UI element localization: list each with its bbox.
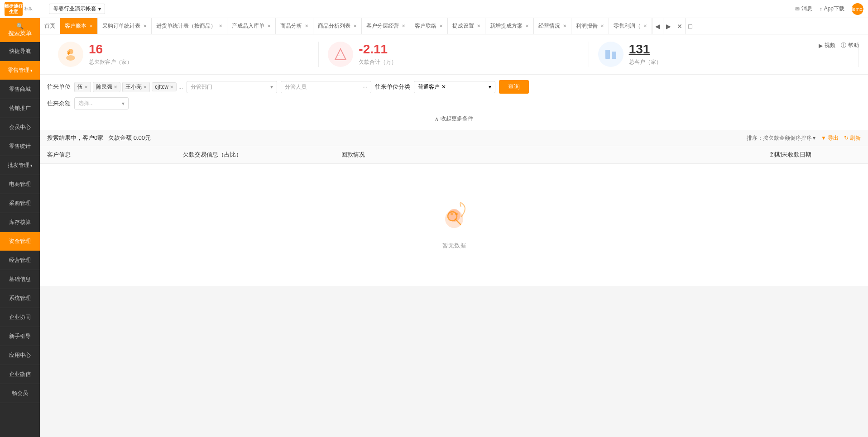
svg-rect-5 xyxy=(612,52,616,59)
classify-selector[interactable]: 普通客户 ✕ ▾ xyxy=(414,81,495,93)
filter-tag-chen: 陈民强 ✕ xyxy=(93,82,120,92)
person-selector[interactable]: 分管人员 ··· xyxy=(281,81,371,93)
tab-close-icon[interactable]: ✕ xyxy=(643,24,647,28)
sidebar-item-retail-stats[interactable]: 零售统计 xyxy=(0,137,40,156)
tab-goods-analysis[interactable]: 商品分析 ✕ xyxy=(276,18,313,34)
remove-tag-chen[interactable]: ✕ xyxy=(114,85,117,90)
balance-label: 往来余额 xyxy=(47,100,71,108)
stat-icon-debt: - xyxy=(328,42,353,67)
remove-classify-tag[interactable]: ✕ xyxy=(441,84,446,90)
stat-total-debt-customers: ¥ 16 总欠款客户（家） xyxy=(49,42,319,67)
unit-tags: 伍 ✕ 陈民强 ✕ 王小亮 ✕ cjttcw ✕ xyxy=(74,82,183,92)
dept-arrow-icon: ▾ xyxy=(270,84,273,90)
page-content: ¥ 16 总欠款客户（家） - xyxy=(40,34,868,437)
tab-customer-segment[interactable]: 客户分层经营 ✕ xyxy=(362,18,410,34)
tab-close-icon[interactable]: ✕ xyxy=(477,24,480,28)
tab-purchase-order[interactable]: 采购订单统计表 ✕ xyxy=(98,18,152,34)
tab-close-icon[interactable]: ✕ xyxy=(305,24,308,28)
tab-close-icon[interactable]: ✕ xyxy=(525,24,529,28)
tab-close-icon[interactable]: ✕ xyxy=(563,24,566,28)
balance-arrow-icon: ▾ xyxy=(122,100,125,107)
stats-bar: ¥ 16 总欠款客户（家） - xyxy=(40,34,868,75)
export-icon: ▼ xyxy=(821,135,826,141)
app-download-button[interactable]: ↑ App下载 xyxy=(820,5,844,13)
sidebar-item-retail[interactable]: 零售管理 ▾ xyxy=(0,61,40,80)
balance-selector[interactable]: 选择... ▾ xyxy=(74,97,129,109)
collapse-button[interactable]: ∧ 收起更多条件 xyxy=(47,113,861,124)
tab-nav-prev[interactable]: ◀ xyxy=(652,18,663,34)
tab-home[interactable]: 首页 xyxy=(40,18,60,34)
refresh-button[interactable]: ↻ 刷新 xyxy=(844,134,861,142)
tab-expand-button[interactable]: □ xyxy=(685,18,695,34)
sidebar-item-new-guide[interactable]: 新手引导 xyxy=(0,327,40,346)
tab-close-icon[interactable]: ✕ xyxy=(353,24,357,28)
tab-close-icon[interactable]: ✕ xyxy=(402,24,405,28)
sidebar-item-wholesale[interactable]: 批发管理 ▾ xyxy=(0,156,40,175)
unit-label: 往来单位 xyxy=(47,83,71,91)
tab-close-icon[interactable]: ✕ xyxy=(600,24,604,28)
help-button[interactable]: ⓘ 帮助 xyxy=(841,42,859,49)
tab-close-icon[interactable]: ✕ xyxy=(219,24,222,28)
total-debt-customers-num: 16 xyxy=(89,43,132,57)
sidebar-item-ecommerce[interactable]: 电商管理 xyxy=(0,175,40,194)
sidebar-item-marketing[interactable]: 营销推广 xyxy=(0,99,40,118)
remove-tag-wu[interactable]: ✕ xyxy=(84,85,88,90)
sidebar-item-member[interactable]: 会员中心 xyxy=(0,118,40,137)
collapse-up-icon: ∧ xyxy=(435,116,439,122)
sort-selector[interactable]: 排序：按欠款金额倒序排序 ▾ xyxy=(747,134,815,142)
sidebar-item-operations[interactable]: 经营管理 xyxy=(0,251,40,270)
data-table: 客户信息 欠款交易信息（占比） 回款情况 到期未收款日期 xyxy=(40,146,868,286)
tab-customer-contact[interactable]: 客户联络 ✕ xyxy=(410,18,448,34)
sidebar-item-member2[interactable]: 畅会员 xyxy=(0,384,40,403)
query-button[interactable]: 查询 xyxy=(499,80,529,94)
sidebar-item-retail-mall[interactable]: 零售商城 xyxy=(0,80,40,99)
video-help-button[interactable]: ▶ 视频 xyxy=(819,42,835,49)
sidebar-item-quick-nav[interactable]: 快捷导航 xyxy=(0,42,40,61)
dept-selector[interactable]: 分管部门 ▾ xyxy=(187,81,277,93)
svg-text:¥: ¥ xyxy=(67,50,70,56)
remove-tag-cjttcw[interactable]: ✕ xyxy=(170,85,173,90)
export-button[interactable]: ▼ 导出 xyxy=(821,134,839,142)
sidebar-item-basic-info[interactable]: 基础信息 xyxy=(0,270,40,289)
main-layout: 🔍 搜索菜单 快捷导航 零售管理 ▾ 零售商城 营销推广 会员中心 零售统计 批… xyxy=(0,18,868,437)
content-area: 首页 客户账本 ✕ 采购订单统计表 ✕ 进货单统计表（按商品） ✕ 产成品入库单… xyxy=(40,18,868,437)
tab-close-all-button[interactable]: ✕ xyxy=(674,18,685,34)
tab-close-icon[interactable]: ✕ xyxy=(439,24,443,28)
sidebar-item-finance[interactable]: 资金管理 xyxy=(0,232,40,251)
sort-arrow-icon: ▾ xyxy=(813,135,815,141)
tab-new-promote[interactable]: 新增提成方案 ✕ xyxy=(485,18,534,34)
col-header-repayment: 回款情况 xyxy=(341,151,770,159)
stat-total-debt-amount: - -2.11 欠款合计（万） xyxy=(319,42,589,67)
sidebar-item-system[interactable]: 系统管理 xyxy=(0,289,40,308)
remove-tag-wang[interactable]: ✕ xyxy=(143,85,147,90)
tab-retail-profit[interactable]: 零售利润（ ✕ xyxy=(609,18,652,34)
tab-profit-report[interactable]: 利润报告 ✕ xyxy=(571,18,609,34)
sidebar-item-enterprise-wx[interactable]: 企业微信 xyxy=(0,365,40,384)
logo-text: 畅捷通好生意 xyxy=(5,4,23,14)
sidebar-item-search[interactable]: 🔍 搜索菜单 xyxy=(0,18,40,42)
tab-cost-stock[interactable]: 产成品入库单 ✕ xyxy=(227,18,276,34)
sidebar-item-app-center[interactable]: 应用中心 xyxy=(0,346,40,365)
empty-text: 暂无数据 xyxy=(442,242,466,250)
tab-close-icon[interactable]: ✕ xyxy=(89,24,93,28)
sidebar-item-purchase[interactable]: 采购管理 xyxy=(0,194,40,213)
tab-business-status[interactable]: 经营情况 ✕ xyxy=(534,18,571,34)
tab-nav-next[interactable]: ▶ xyxy=(663,18,674,34)
tab-close-icon[interactable]: ✕ xyxy=(267,24,271,28)
tab-accounts-receivable[interactable]: 客户账本 ✕ xyxy=(60,18,98,34)
sidebar-item-enterprise[interactable]: 企业协同 xyxy=(0,308,40,327)
messages-button[interactable]: ✉ 消息 xyxy=(795,5,812,13)
sidebar-item-inventory[interactable]: 库存核算 xyxy=(0,213,40,232)
avatar[interactable]: demo2 xyxy=(852,3,863,15)
result-info: 搜索结果中，客户0家 欠款金额 0.00元 xyxy=(47,134,151,142)
download-icon: ↑ xyxy=(820,6,822,12)
tab-stock-stats[interactable]: 进货单统计表（按商品） ✕ xyxy=(152,18,227,34)
logo-subtitle: 标版 xyxy=(24,6,33,12)
logo-area: 畅捷通好生意 标版 xyxy=(5,2,44,16)
tenant-selector[interactable]: 母婴行业演示帐套 ▾ xyxy=(49,4,105,14)
play-icon: ▶ xyxy=(819,43,823,49)
tab-close-icon[interactable]: ✕ xyxy=(143,24,147,28)
tab-promote-settings[interactable]: 提成设置 ✕ xyxy=(448,18,485,34)
tab-goods-analysis-list[interactable]: 商品分析列表 ✕ xyxy=(313,18,362,34)
more-tags-button[interactable]: ... xyxy=(178,84,183,90)
